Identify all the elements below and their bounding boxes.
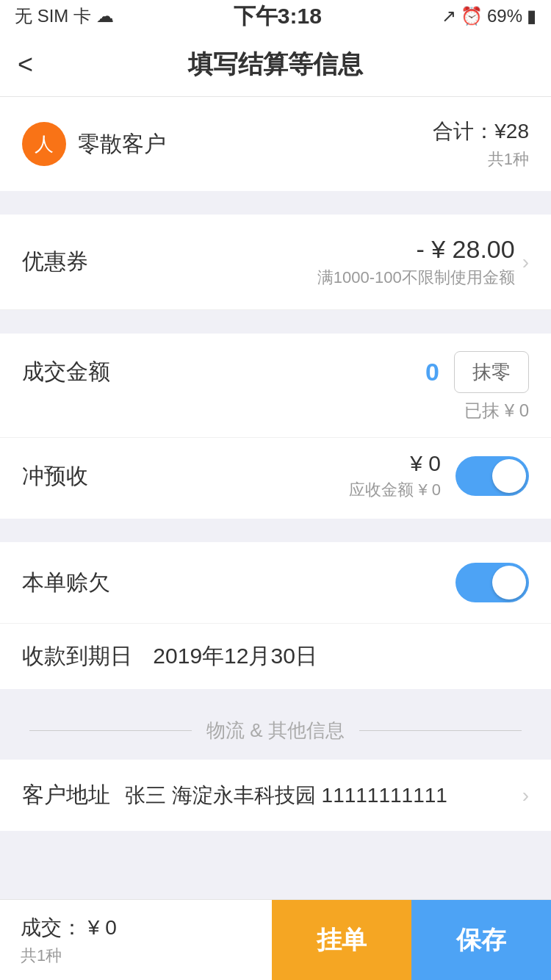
divider-1 (0, 203, 551, 215)
bottom-summary: 成交： ¥ 0 共1种 (0, 900, 272, 980)
customer-summary: 合计：¥28 共1种 (433, 118, 529, 170)
save-button[interactable]: 保存 (411, 900, 551, 980)
customer-left: 人 零散客户 (22, 122, 166, 166)
credit-row: 本单赊欠 (0, 542, 551, 623)
credit-toggle-knob (492, 566, 526, 599)
divider-2 (0, 322, 551, 334)
prepay-value-block: ¥ 0 应收金额 ¥ 0 (349, 451, 441, 501)
coupon-amount: - ¥ 28.00 (317, 235, 515, 264)
address-section[interactable]: 客户地址 张三 海淀永丰科技园 11111111111 › (0, 760, 551, 831)
avatar-icon: 人 (35, 131, 54, 157)
logistics-line-left (29, 730, 192, 731)
logistics-section: 物流 & 其他信息 (0, 701, 551, 760)
logistics-label: 物流 & 其他信息 (206, 718, 345, 743)
coupon-description: 满1000-100不限制使用金额 (317, 267, 515, 289)
status-time: 下午3:18 (234, 1, 322, 32)
coupon-value-block: - ¥ 28.00 满1000-100不限制使用金额 (317, 235, 515, 289)
coupon-row[interactable]: 优惠券 - ¥ 28.00 满1000-100不限制使用金额 › (0, 215, 551, 310)
duedate-label: 收款到期日 (22, 644, 132, 668)
hold-button[interactable]: 挂单 (272, 900, 411, 980)
back-button[interactable]: < (18, 49, 33, 80)
battery-text: 69% (487, 6, 522, 26)
prepay-toggle[interactable] (455, 456, 529, 496)
credit-section: 本单赊欠 收款到期日 2019年12月30日 (0, 542, 551, 689)
transaction-value: 0 (425, 358, 439, 386)
coupon-section[interactable]: 优惠券 - ¥ 28.00 满1000-100不限制使用金额 › (0, 215, 551, 310)
transaction-sub: 已抹 ¥ 0 (0, 399, 551, 437)
signal-text: 无 SIM 卡 ☁ (15, 4, 114, 28)
nav-bar: < 填写结算等信息 (0, 32, 551, 97)
duedate-row: 收款到期日 2019年12月30日 (0, 623, 551, 689)
credit-toggle[interactable] (455, 563, 529, 602)
address-value: 张三 海淀永丰科技园 11111111111 (125, 782, 508, 810)
coupon-right: - ¥ 28.00 满1000-100不限制使用金额 › (317, 235, 529, 289)
duedate-value: 2019年12月30日 (153, 644, 317, 668)
divider-3 (0, 530, 551, 542)
customer-section: 人 零散客户 合计：¥28 共1种 (0, 97, 551, 191)
prepay-row: 冲预收 ¥ 0 应收金额 ¥ 0 (0, 437, 551, 519)
alarm-icon: ⏰ (461, 6, 483, 26)
coupon-label: 优惠券 (22, 247, 88, 277)
customer-name: 零散客户 (78, 129, 166, 159)
address-row[interactable]: 客户地址 张三 海淀永丰科技园 11111111111 › (0, 760, 551, 831)
transaction-row: 成交金额 0 抹零 (0, 334, 551, 399)
prepay-amount: ¥ 0 (349, 451, 441, 476)
transaction-section: 成交金额 0 抹零 已抹 ¥ 0 冲预收 ¥ 0 应收金额 ¥ 0 (0, 334, 551, 519)
round-off-button[interactable]: 抹零 (454, 351, 529, 393)
address-label: 客户地址 (22, 780, 110, 810)
status-bar: 无 SIM 卡 ☁ 下午3:18 ↗ ⏰ 69% ▮ (0, 0, 551, 32)
page-title: 填写结算等信息 (188, 48, 363, 82)
customer-row: 人 零散客户 合计：¥28 共1种 (0, 97, 551, 191)
chevron-right-icon: › (522, 251, 529, 274)
bottom-item-count: 共1种 (21, 945, 251, 967)
status-left: 无 SIM 卡 ☁ (15, 4, 114, 28)
location-icon: ↗ (442, 6, 456, 26)
customer-count: 共1种 (433, 148, 529, 170)
battery-icon: ▮ (527, 6, 536, 26)
status-right: ↗ ⏰ 69% ▮ (442, 6, 536, 26)
prepay-label: 冲预收 (22, 461, 88, 491)
prepay-sub: 应收金额 ¥ 0 (349, 479, 441, 501)
customer-total: 合计：¥28 (433, 118, 529, 145)
bottom-bar: 成交： ¥ 0 共1种 挂单 保存 (0, 899, 551, 980)
avatar: 人 (22, 122, 66, 166)
transaction-label: 成交金额 (22, 357, 110, 387)
logistics-divider: 物流 & 其他信息 (0, 718, 551, 743)
address-chevron-icon: › (522, 784, 529, 807)
credit-label: 本单赊欠 (22, 568, 110, 598)
transaction-right: 0 抹零 (425, 351, 529, 393)
bottom-deal-amount: 成交： ¥ 0 (21, 914, 251, 942)
toggle-knob (492, 459, 526, 493)
logistics-line-right (359, 730, 522, 731)
prepay-right: ¥ 0 应收金额 ¥ 0 (349, 451, 529, 501)
